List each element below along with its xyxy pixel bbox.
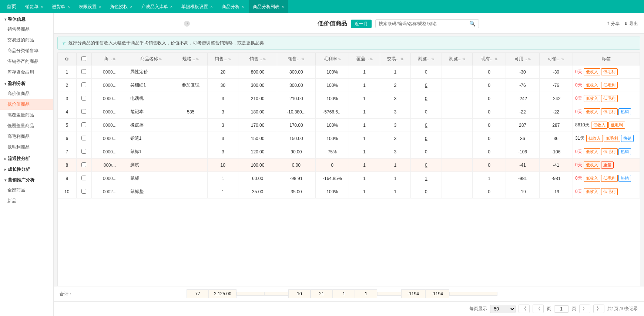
- row-select-checkbox[interactable]: [81, 189, 86, 194]
- nav-product-analysis[interactable]: 商品分析 ×: [218, 0, 248, 13]
- column-trades[interactable]: 交易...⇅: [380, 53, 410, 65]
- browse-link[interactable]: 0: [425, 123, 427, 128]
- row-select-checkbox[interactable]: [81, 82, 86, 87]
- sidebar-group-marketing[interactable]: ▾ 营销推广分析: [0, 174, 53, 185]
- nav-role-auth[interactable]: 角色授权 ×: [106, 0, 136, 13]
- data-table-container[interactable]: ⚙ 商...⇅ 商品名称⇅ 规格...⇅ 销售...⇅ 销售...⇅ 销售...…: [57, 52, 640, 286]
- column-sales-amount[interactable]: 销售...⇅: [238, 53, 277, 65]
- select-all-checkbox[interactable]: [81, 56, 86, 61]
- nav-sales-order[interactable]: 销货单 ×: [21, 0, 47, 13]
- page-input[interactable]: [554, 305, 569, 313]
- row-select-checkbox[interactable]: [81, 136, 86, 140]
- row-browse1[interactable]: 0: [411, 79, 442, 92]
- row-browse1[interactable]: 0: [411, 92, 442, 105]
- close-icon[interactable]: ×: [170, 4, 172, 9]
- column-tags[interactable]: 标签: [573, 53, 640, 65]
- sidebar-item-inventory-capital[interactable]: 库存资金占用: [0, 67, 53, 78]
- row-browse1[interactable]: 0: [411, 185, 442, 198]
- browse-link[interactable]: 0: [425, 69, 427, 75]
- row-checkbox[interactable]: [76, 172, 92, 185]
- close-icon[interactable]: ×: [130, 4, 132, 9]
- column-checkbox[interactable]: [76, 53, 92, 65]
- prev-page-button[interactable]: 〈: [533, 305, 544, 313]
- row-checkbox[interactable]: [76, 105, 92, 119]
- collapse-sidebar-button[interactable]: 《: [184, 21, 190, 27]
- row-select-checkbox[interactable]: [81, 69, 86, 74]
- filter-recent-month-button[interactable]: 近一月: [351, 20, 372, 28]
- row-checkbox[interactable]: [76, 185, 92, 198]
- row-select-checkbox[interactable]: [81, 109, 86, 114]
- row-checkbox[interactable]: [76, 79, 92, 92]
- share-button[interactable]: ⤴ 分享: [607, 21, 620, 27]
- row-checkbox[interactable]: [76, 159, 92, 172]
- sidebar-group-growth[interactable]: ▸ 成长性分析: [0, 163, 53, 174]
- sidebar-item-high-coverage[interactable]: 高覆盖量商品: [0, 110, 53, 120]
- row-browse1[interactable]: 0: [411, 105, 442, 119]
- row-select-checkbox[interactable]: [81, 122, 86, 127]
- sidebar-group-profit[interactable]: ▾ 盈利分析: [0, 78, 53, 88]
- column-browse1[interactable]: 浏览...⇅: [411, 53, 442, 65]
- column-gross-rate[interactable]: 毛利率⇅: [315, 53, 349, 65]
- row-browse1[interactable]: 0: [411, 119, 442, 132]
- nav-home[interactable]: 首页: [3, 0, 20, 13]
- per-page-select[interactable]: 50 100: [490, 305, 516, 313]
- nav-purchase-order[interactable]: 进货单 ×: [48, 0, 73, 13]
- row-browse1[interactable]: 0: [411, 132, 442, 145]
- nav-product-stock[interactable]: 产成品入库单 ×: [138, 0, 176, 13]
- column-saleable[interactable]: 可销...⇅: [539, 53, 573, 65]
- close-icon[interactable]: ×: [67, 4, 70, 9]
- next-page-button[interactable]: 〉: [579, 305, 590, 313]
- browse-link[interactable]: 1: [425, 176, 427, 181]
- sidebar-item-all-products[interactable]: 全部商品: [0, 185, 53, 196]
- browse-link[interactable]: 0: [425, 189, 427, 194]
- sidebar-item-low-coverage[interactable]: 低覆盖量商品: [0, 120, 53, 131]
- column-name[interactable]: 商品名称⇅: [128, 53, 174, 65]
- browse-link[interactable]: 0: [425, 83, 427, 88]
- sidebar-item-sales-products[interactable]: 销售类商品: [0, 24, 53, 35]
- search-input[interactable]: [379, 21, 469, 26]
- row-checkbox[interactable]: [76, 92, 92, 105]
- row-browse1[interactable]: 0: [411, 65, 442, 79]
- close-icon[interactable]: ×: [99, 4, 101, 9]
- sidebar-item-category-sales-rate[interactable]: 商品分类销售率: [0, 45, 53, 56]
- nav-product-analysis-list[interactable]: 商品分析列表 ×: [249, 0, 288, 13]
- column-stock[interactable]: 现有...⇅: [472, 53, 506, 65]
- column-sales-val[interactable]: 销售...⇅: [277, 53, 315, 65]
- close-icon[interactable]: ×: [41, 4, 43, 9]
- browse-link[interactable]: 0: [425, 109, 427, 115]
- row-browse1[interactable]: 0: [411, 159, 442, 172]
- first-page-button[interactable]: 《: [519, 305, 530, 313]
- column-coverage[interactable]: 覆盖...⇅: [349, 53, 380, 65]
- browse-link[interactable]: 0: [425, 136, 427, 141]
- sidebar-item-high-margin[interactable]: 高毛利商品: [0, 131, 53, 142]
- row-checkbox[interactable]: [76, 65, 92, 79]
- sidebar-item-slow-products[interactable]: 滞销停产的商品: [0, 56, 53, 67]
- column-spec[interactable]: 规格...⇅: [174, 53, 207, 65]
- row-browse1[interactable]: 0: [411, 145, 442, 159]
- browse-link[interactable]: 0: [425, 149, 427, 154]
- row-select-checkbox[interactable]: [81, 176, 86, 180]
- browse-link[interactable]: 0: [425, 163, 427, 168]
- column-sales-qty[interactable]: 销售...⇅: [208, 53, 238, 65]
- row-select-checkbox[interactable]: [81, 149, 86, 154]
- row-checkbox[interactable]: [76, 145, 92, 159]
- column-settings[interactable]: ⚙: [58, 53, 76, 65]
- column-code[interactable]: 商...⇅: [92, 53, 128, 65]
- row-checkbox[interactable]: [76, 119, 92, 132]
- nav-permission-settings[interactable]: 权限设置 ×: [75, 0, 105, 13]
- row-select-checkbox[interactable]: [81, 96, 86, 101]
- search-icon[interactable]: 🔍: [469, 21, 476, 27]
- column-available[interactable]: 可用...⇅: [506, 53, 539, 65]
- browse-link[interactable]: 0: [425, 96, 427, 101]
- nav-template-settings[interactable]: 单据模板设置 ×: [178, 0, 216, 13]
- sidebar-item-low-value[interactable]: 低价值商品: [0, 99, 53, 110]
- sidebar-item-new-products[interactable]: 新品: [0, 196, 53, 206]
- export-button[interactable]: ⬇ 导出: [624, 21, 638, 27]
- last-page-button[interactable]: 》: [593, 305, 604, 313]
- sidebar-item-traded-products[interactable]: 交易过的商品: [0, 35, 53, 45]
- row-checkbox[interactable]: [76, 132, 92, 145]
- close-icon[interactable]: ×: [242, 4, 244, 9]
- row-browse1[interactable]: 1: [411, 172, 442, 185]
- sidebar-group-circulation[interactable]: ▸ 流通性分析: [0, 153, 53, 163]
- close-icon[interactable]: ×: [282, 4, 284, 9]
